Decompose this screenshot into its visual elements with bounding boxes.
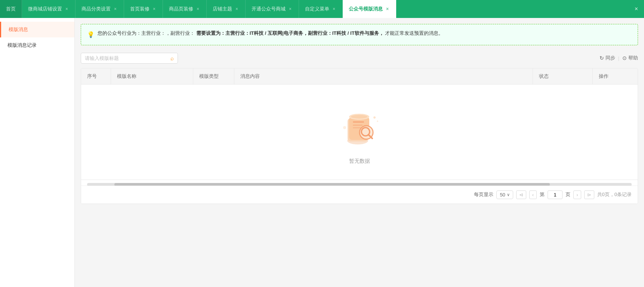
th-content: 消息内容 <box>234 68 533 84</box>
tab-homepage-decor-close[interactable]: × <box>152 6 157 12</box>
sync-icon: ↻ <box>600 55 604 61</box>
tab-custom-menu[interactable]: 自定义菜单 × <box>299 0 343 18</box>
tab-product-decor-close[interactable]: × <box>195 6 200 12</box>
svg-rect-7 <box>353 127 361 128</box>
data-table: 序号 模版名称 模版类型 消息内容 状态 操作 <box>81 68 638 204</box>
help-icon: ⊙ <box>622 55 627 61</box>
tab-custom-menu-close[interactable]: × <box>332 6 336 12</box>
sidebar-item-template-message-log-label: 模版消息记录 <box>7 42 37 48</box>
empty-state: 暂无数据 <box>81 85 638 180</box>
tab-template-msg[interactable]: 公众号模版消息 × <box>343 0 396 18</box>
svg-rect-5 <box>353 121 364 123</box>
page-next-button[interactable]: › <box>573 190 581 199</box>
tab-store-theme-label: 店铺主题 <box>213 6 232 12</box>
scrollbar-track <box>87 183 632 186</box>
tab-category-settings-close[interactable]: × <box>113 6 118 12</box>
scrollbar-thumb[interactable] <box>114 183 550 186</box>
notice-box: 💡 您的公众号行业为：主营行业：，副营行业： 需要设置为：主营行业：IT科技 /… <box>81 24 638 45</box>
search-bar: ⌕ ↻ 同步 | ⊙ 帮助 <box>81 53 638 64</box>
empty-text: 暂无数据 <box>349 158 370 165</box>
notice-text: 您的公众号行业为：主营行业：，副营行业： 需要设置为：主营行业：IT科技 / 互… <box>98 30 443 37</box>
page-first-button[interactable]: ⊲ <box>516 190 526 199</box>
sidebar-item-template-message-log[interactable]: 模版消息记录 <box>0 37 74 53</box>
toolbar-divider: | <box>618 55 619 61</box>
tab-template-msg-label: 公众号模版消息 <box>349 6 383 12</box>
sidebar-item-template-message-label: 模版消息 <box>9 27 28 32</box>
search-input[interactable] <box>85 55 168 61</box>
sync-label: 同步 <box>606 55 615 61</box>
page-di-label: 第 <box>540 191 545 198</box>
tab-category-settings[interactable]: 商品分类设置 × <box>76 0 124 18</box>
pagination-bar: 每页显示 50 ∨ ⊲ ‹ 第 页 › ⊳ 共0页，0条记录 <box>81 186 638 204</box>
tab-open-mall[interactable]: 开通公众号商城 × <box>246 0 299 18</box>
th-type: 模版类型 <box>193 68 234 84</box>
table-header: 序号 模版名称 模版类型 消息内容 状态 操作 <box>81 68 638 85</box>
page-prev-button[interactable]: ‹ <box>529 190 537 199</box>
tab-open-mall-close[interactable]: × <box>288 6 293 12</box>
content-area: 💡 您的公众号行业为：主营行业：，副营行业： 需要设置为：主营行业：IT科技 /… <box>75 18 644 287</box>
svg-point-4 <box>351 115 367 119</box>
close-all-tabs-button[interactable]: × <box>629 6 644 12</box>
page-total: 共0页，0条记录 <box>597 191 632 198</box>
th-op: 操作 <box>593 68 638 84</box>
help-button[interactable]: ⊙ 帮助 <box>622 55 638 61</box>
sidebar: 模版消息 模版消息记录 <box>0 18 75 287</box>
tab-wshop-settings-label: 微商城店铺设置 <box>28 6 62 12</box>
tab-custom-menu-label: 自定义菜单 <box>305 6 329 12</box>
tab-homepage-decor[interactable]: 首页装修 × <box>124 0 163 18</box>
page-number-input[interactable] <box>548 190 563 199</box>
tab-home[interactable]: 首页 <box>0 0 22 18</box>
search-input-wrap[interactable]: ⌕ <box>81 53 178 64</box>
tab-wshop-settings-close[interactable]: × <box>64 6 69 12</box>
tab-product-decor[interactable]: 商品页装修 × <box>163 0 207 18</box>
svg-point-12 <box>377 120 378 122</box>
tab-wshop-settings[interactable]: 微商城店铺设置 × <box>22 0 76 18</box>
empty-illustration <box>337 107 382 152</box>
page-size-label: 每页显示 <box>474 191 493 198</box>
notice-icon: 💡 <box>87 30 95 40</box>
th-name: 模版名称 <box>111 68 193 84</box>
th-seq: 序号 <box>81 68 111 84</box>
th-status: 状态 <box>533 68 593 84</box>
svg-rect-6 <box>353 125 363 126</box>
page-size-value: 50 <box>500 192 505 198</box>
page-size-select[interactable]: 50 ∨ <box>496 190 513 199</box>
svg-point-13 <box>343 126 346 129</box>
page-size-chevron-icon: ∨ <box>507 192 510 197</box>
tab-bar: 首页 微商城店铺设置 × 商品分类设置 × 首页装修 × 商品页装修 × 店铺主… <box>0 0 644 18</box>
toolbar-right: ↻ 同步 | ⊙ 帮助 <box>600 55 638 61</box>
tab-store-theme-close[interactable]: × <box>234 6 239 12</box>
tab-store-theme[interactable]: 店铺主题 × <box>207 0 246 18</box>
sidebar-item-template-message[interactable]: 模版消息 <box>0 22 74 37</box>
main-layout: 模版消息 模版消息记录 💡 您的公众号行业为：主营行业：，副营行业： 需要设置为… <box>0 18 644 287</box>
sync-button[interactable]: ↻ 同步 <box>600 55 615 61</box>
tab-homepage-decor-label: 首页装修 <box>130 6 150 12</box>
search-icon[interactable]: ⌕ <box>170 55 174 61</box>
help-label: 帮助 <box>628 55 638 61</box>
tab-template-msg-close[interactable]: × <box>385 6 390 12</box>
page-label: 页 <box>566 191 570 198</box>
horizontal-scrollbar[interactable] <box>81 180 638 186</box>
tab-product-decor-label: 商品页装修 <box>169 6 193 12</box>
page-last-button[interactable]: ⊳ <box>584 190 594 199</box>
tab-category-settings-label: 商品分类设置 <box>81 6 111 12</box>
tab-home-label: 首页 <box>6 6 16 12</box>
tab-open-mall-label: 开通公众号商城 <box>252 6 286 12</box>
svg-point-11 <box>373 116 376 119</box>
